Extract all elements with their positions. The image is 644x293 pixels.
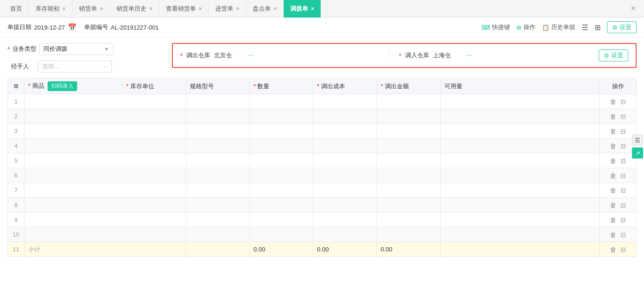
copy-icon-6[interactable]: ⊟ [620,172,626,179]
delete-icon-9[interactable]: 🗑 [610,216,616,224]
product-cell-6[interactable] [24,168,186,183]
amount-cell-6 [377,168,441,183]
table-row: 5 🗑 ⊟ [8,153,637,168]
tab-view-sales[interactable]: 查看销货单 × [159,0,209,18]
table-row: 10 🗑 ⊟ [8,227,637,242]
settings-button[interactable]: ⚙ 设置 [607,21,637,33]
qty-cell-2[interactable] [249,109,313,124]
warehouse-divider [389,49,390,62]
amount-cell-8 [377,198,441,213]
business-type-select[interactable]: 同价调拨 ▼ [39,43,113,55]
amount-cell-10 [377,227,441,242]
history-tool[interactable]: 📋 历史单据 [542,23,575,31]
tab-sales-order[interactable]: 销货单 × [73,0,110,18]
close-tab-view-sales[interactable]: × [199,6,202,12]
warehouse-settings-wrapper: ⚙ 设置 [599,49,628,61]
close-tab-transfer[interactable]: × [311,6,314,12]
tab-inventory-init[interactable]: 库存期初 × [29,0,73,18]
qty-cell-4[interactable] [249,139,313,153]
product-cell-8[interactable] [24,198,186,213]
tab-stocktake[interactable]: 盘点单 × [246,0,284,18]
grid-view-toggle[interactable]: ⊞ [595,23,601,32]
delete-icon-1[interactable]: 🗑 [610,98,616,105]
qty-cell-8[interactable] [249,198,313,213]
row-num-4: 4 [8,139,24,153]
delete-icon-2[interactable]: 🗑 [610,113,616,120]
copy-icon-8[interactable]: ⊟ [620,201,626,209]
unit-cell-5 [186,153,249,168]
product-cell-2[interactable] [24,109,186,124]
calendar-icon[interactable]: 📅 [68,23,77,31]
window-close-button[interactable]: × [626,4,640,13]
doc-number-value: AL-20191227-001 [111,24,159,31]
close-tab-inventory-init[interactable]: × [62,6,66,12]
product-cell-1[interactable] [24,94,186,109]
amount-cell-5 [377,153,441,168]
copy-icon-4[interactable]: ⊟ [620,142,626,150]
side-export-icon[interactable]: ↗ [632,147,643,159]
copy-icon-2[interactable]: ⊟ [620,113,626,120]
copy-icon-11[interactable]: ⊟ [620,246,626,253]
subtotal-cost-cell: 0.00 [313,242,377,257]
col-cost: * 调出成本 [313,79,377,94]
warehouse-out-more-icon[interactable]: ··· [247,51,253,60]
product-cell-9[interactable] [24,213,186,227]
delete-icon-11[interactable]: 🗑 [610,246,616,253]
warehouse-in-value: 上海仓 [433,51,461,60]
qty-cell-9[interactable] [249,213,313,227]
qty-cell-3[interactable] [249,124,313,139]
col-gear[interactable]: ⚙ [8,79,24,94]
product-cell-5[interactable] [24,153,186,168]
close-tab-purchase[interactable]: × [236,6,239,12]
product-cell-4[interactable] [24,139,186,153]
qty-cell-6[interactable] [249,168,313,183]
copy-icon-7[interactable]: ⊟ [620,187,626,194]
tab-purchase[interactable]: 进货单 × [209,0,246,18]
close-tab-sales-order[interactable]: × [100,6,103,12]
person-select[interactable]: 选择... ··· [38,61,112,73]
row-num-11: 11 [8,242,24,257]
product-cell-3[interactable] [24,124,186,139]
copy-icon-3[interactable]: ⊟ [620,128,626,135]
delete-icon-4[interactable]: 🗑 [610,142,616,150]
close-tab-stocktake[interactable]: × [273,6,277,12]
list-view-toggle[interactable]: ☰ [582,23,588,32]
cost-cell-5 [313,153,377,168]
table-header-row: ⚙ * 商品 扫码录入 * 库存单位 规格型号 * 数量 [8,79,637,94]
delete-icon-5[interactable]: 🗑 [610,157,616,165]
copy-icon-10[interactable]: ⊟ [620,231,626,238]
tab-home[interactable]: 首页 [4,0,29,18]
qty-cell-7[interactable] [249,183,313,198]
close-tab-sales-history[interactable]: × [149,6,152,12]
form-left-section: * 业务类型 同价调拨 ▼ 经手人 选择... ··· [7,43,164,73]
delete-icon-7[interactable]: 🗑 [610,187,616,194]
warehouse-settings-button[interactable]: ⚙ 设置 [599,49,628,61]
qty-cell-1[interactable] [249,94,313,109]
amount-cell-7 [377,183,441,198]
operations-tool[interactable]: ⊞ 操作 [516,23,535,31]
tab-transfer[interactable]: 调拨单 × [284,0,321,18]
product-cell-7[interactable] [24,183,186,198]
table-row: 8 🗑 ⊟ [8,198,637,213]
toolbar-right: ⌨ 快捷键 ⊞ 操作 📋 历史单据 ☰ ⊞ ⚙ 设置 [481,21,637,33]
scan-button[interactable]: 扫码录入 [48,81,77,91]
shortcut-tool[interactable]: ⌨ 快捷键 [481,23,510,31]
product-required-star: * [28,82,30,89]
copy-icon-5[interactable]: ⊟ [620,157,626,165]
subtotal-op-cell: 🗑 ⊟ [600,242,637,257]
delete-icon-10[interactable]: 🗑 [610,231,616,238]
table-row: 7 🗑 ⊟ [8,183,637,198]
side-list-icon[interactable]: ☰ [632,134,643,146]
copy-icon-9[interactable]: ⊟ [620,216,626,224]
delete-icon-6[interactable]: 🗑 [610,172,616,179]
warehouse-in-more-icon[interactable]: ··· [466,51,472,60]
delete-icon-3[interactable]: 🗑 [610,128,616,135]
qty-cell-10[interactable] [249,227,313,242]
product-cell-10[interactable] [24,227,186,242]
available-cell-7 [440,183,599,198]
tab-sales-history[interactable]: 销货单历史 × [110,0,159,18]
copy-icon-1[interactable]: ⊟ [620,98,626,105]
qty-cell-5[interactable] [249,153,313,168]
delete-icon-8[interactable]: 🗑 [610,201,616,209]
op-cell-10: 🗑 ⊟ [600,227,637,242]
